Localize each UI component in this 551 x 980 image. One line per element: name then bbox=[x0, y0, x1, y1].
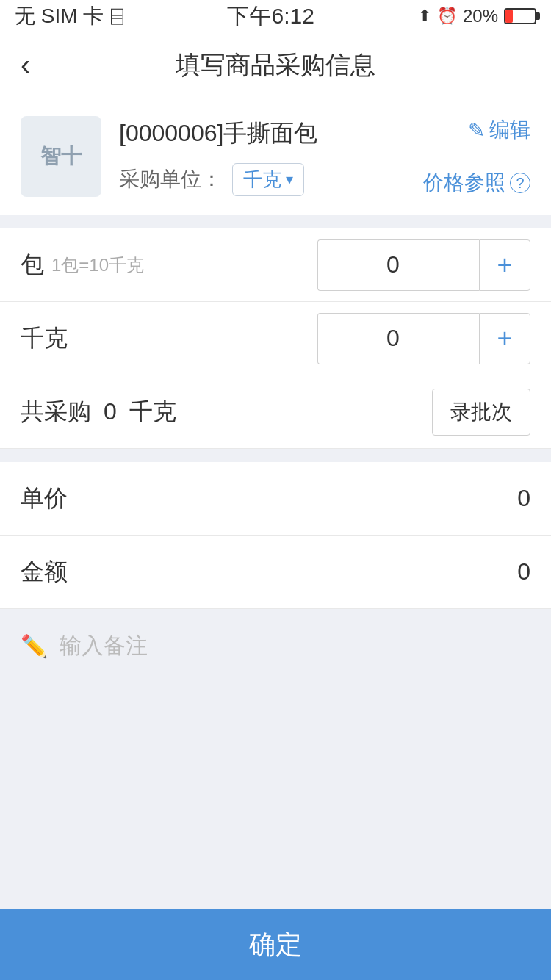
notes-placeholder: 输入备注 bbox=[60, 631, 148, 661]
total-text: 共采购 0 千克 bbox=[21, 396, 432, 428]
kg-row: 千克 + bbox=[0, 302, 551, 375]
unit-label: 采购单位： bbox=[119, 165, 222, 193]
package-input[interactable] bbox=[317, 239, 479, 291]
status-left: 无 SIM 卡 ⌸ bbox=[15, 2, 123, 30]
nav-bar: ‹ 填写商品采购信息 bbox=[0, 32, 551, 98]
price-row: 单价 0 bbox=[0, 462, 551, 536]
kg-input-wrap: + bbox=[317, 313, 530, 364]
divider-1 bbox=[0, 215, 551, 228]
package-row: 包 1包=10千克 + bbox=[0, 228, 551, 302]
kg-plus-button[interactable]: + bbox=[479, 313, 530, 364]
edit-label: 编辑 bbox=[489, 116, 530, 144]
kg-input[interactable] bbox=[317, 313, 479, 364]
unit-value: 千克 bbox=[243, 167, 281, 192]
kg-label: 千克 bbox=[21, 323, 68, 355]
status-time: 下午6:12 bbox=[227, 1, 314, 32]
info-section: 单价 0 金额 0 bbox=[0, 462, 551, 609]
location-icon: ⬆ bbox=[418, 7, 431, 26]
battery-fill bbox=[505, 10, 513, 23]
amount-row: 金额 0 bbox=[0, 536, 551, 609]
price-reference-button[interactable]: 价格参照 ? bbox=[423, 169, 530, 197]
wifi-icon: ⌸ bbox=[111, 4, 123, 28]
confirm-footer[interactable]: 确定 bbox=[0, 909, 551, 980]
total-prefix: 共采购 bbox=[21, 398, 91, 425]
battery-icon bbox=[504, 8, 536, 24]
carrier-text: 无 SIM 卡 bbox=[15, 2, 104, 30]
batch-button[interactable]: 录批次 bbox=[432, 389, 530, 436]
product-card: 智十 [0000006]手撕面包 采购单位： 千克 ▾ ✎ 编辑 价格参照 ? bbox=[0, 98, 551, 215]
battery-percent: 20% bbox=[463, 6, 498, 26]
package-section: 包 1包=10千克 + 千克 + bbox=[0, 228, 551, 375]
package-plus-button[interactable]: + bbox=[479, 239, 530, 291]
divider-2 bbox=[0, 449, 551, 462]
product-image-text: 智十 bbox=[40, 143, 82, 170]
confirm-button[interactable]: 确定 bbox=[249, 927, 302, 963]
status-bar: 无 SIM 卡 ⌸ 下午6:12 ⬆ ⏰ 20% bbox=[0, 0, 551, 32]
total-suffix: 千克 bbox=[129, 398, 176, 425]
total-row: 共采购 0 千克 录批次 bbox=[0, 375, 551, 449]
price-ref-help-icon: ? bbox=[510, 173, 530, 193]
back-button[interactable]: ‹ bbox=[21, 48, 30, 82]
notes-section[interactable]: ✏️ 输入备注 bbox=[0, 609, 551, 682]
package-sublabel: 1包=10千克 bbox=[51, 253, 317, 277]
total-amount: 0 bbox=[104, 398, 117, 425]
price-value: 0 bbox=[517, 485, 530, 512]
price-label: 单价 bbox=[21, 483, 517, 515]
alarm-icon: ⏰ bbox=[437, 7, 457, 26]
package-label: 包 bbox=[21, 249, 44, 281]
page-title: 填写商品采购信息 bbox=[176, 48, 375, 82]
amount-value: 0 bbox=[517, 558, 530, 586]
package-input-wrap: + bbox=[317, 239, 530, 291]
edit-button[interactable]: ✎ 编辑 bbox=[468, 116, 530, 144]
unit-select[interactable]: 千克 ▾ bbox=[232, 163, 304, 196]
amount-label: 金额 bbox=[21, 556, 517, 588]
edit-icon: ✎ bbox=[468, 118, 485, 143]
unit-select-arrow-icon: ▾ bbox=[286, 170, 293, 188]
price-ref-label: 价格参照 bbox=[423, 169, 505, 197]
status-right: ⬆ ⏰ 20% bbox=[418, 6, 536, 26]
product-image: 智十 bbox=[21, 116, 101, 197]
pencil-icon: ✏️ bbox=[21, 633, 48, 659]
